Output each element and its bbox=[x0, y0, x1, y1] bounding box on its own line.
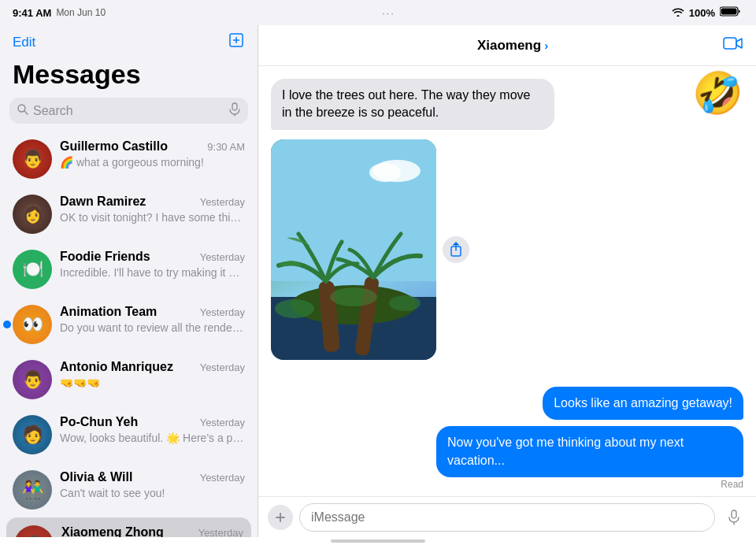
home-bar bbox=[331, 539, 425, 543]
conv-name-xiaomeng: Xiaomeng Zhong bbox=[61, 525, 164, 537]
photo-bubble[interactable] bbox=[271, 139, 436, 360]
conversation-item-pochun[interactable]: 🧑 Po-Chun Yeh Yesterday Wow, looks beaut… bbox=[0, 407, 258, 462]
avatar-antonio: 👨 bbox=[13, 360, 52, 399]
search-icon bbox=[17, 104, 28, 117]
conv-name-guillermo: Guillermo Castillo bbox=[60, 139, 168, 154]
status-time: 9:41 AM bbox=[13, 7, 51, 19]
svg-rect-1 bbox=[721, 9, 737, 15]
search-mic-icon[interactable] bbox=[229, 102, 240, 119]
conv-preview-pochun: Wow, looks beautiful. 🌟 Here's a photo o… bbox=[60, 431, 245, 445]
conv-time-pochun: Yesterday bbox=[200, 417, 245, 428]
contact-chevron: › bbox=[544, 39, 548, 52]
messages-title: Messages bbox=[0, 56, 258, 98]
chat-header: Xiaomeng › bbox=[258, 25, 756, 66]
conv-name-antonio: Antonio Manriquez bbox=[60, 360, 173, 374]
bubble-sent-1: Looks like an amazing getaway! bbox=[543, 387, 743, 420]
home-indicator bbox=[0, 537, 756, 545]
conv-time-antonio: Yesterday bbox=[200, 361, 245, 373]
sent-message-2: Now you've got me thinking about my next… bbox=[436, 426, 743, 490]
bubble-received-1: I love the trees out here. The way they … bbox=[271, 79, 554, 130]
avatar-foodie: 🍽️ bbox=[13, 250, 52, 289]
conv-time-xiaomeng: Yesterday bbox=[198, 527, 243, 537]
contact-name-text: Xiaomeng bbox=[477, 38, 541, 54]
battery-icon bbox=[720, 6, 740, 20]
input-bar bbox=[258, 496, 756, 537]
status-center-dots: ··· bbox=[382, 7, 395, 19]
compose-button[interactable] bbox=[228, 32, 245, 53]
wifi-icon bbox=[672, 7, 684, 19]
conv-preview-guillermo: 🌈 what a gorgeous morning! bbox=[60, 155, 245, 169]
conv-name-animation: Animation Team bbox=[60, 305, 157, 319]
bubble-sent-2: Now you've got me thinking about my next… bbox=[436, 426, 743, 477]
avatar-pochun: 🧑 bbox=[13, 415, 52, 454]
conv-content-olivia: Olivia & Will Yesterday Can't wait to se… bbox=[60, 470, 245, 500]
conv-preview-olivia: Can't wait to see you! bbox=[60, 486, 245, 500]
status-bar: 9:41 AM Mon Jun 10 ··· 100% bbox=[0, 0, 756, 25]
avatar-animation: 👀 bbox=[13, 305, 52, 344]
svg-rect-10 bbox=[271, 139, 436, 281]
conv-content-animation: Animation Team Yesterday Do you want to … bbox=[60, 305, 245, 335]
conversation-list: 👨 Guillermo Castillo 9:30 AM 🌈 what a go… bbox=[0, 132, 258, 537]
conversation-item-animation[interactable]: 👀 Animation Team Yesterday Do you want t… bbox=[0, 297, 258, 352]
conv-content-antonio: Antonio Manriquez Yesterday 🤜🤜🤜 bbox=[60, 360, 245, 390]
svg-point-12 bbox=[369, 163, 401, 182]
app-container: Edit Messages Search 👨 Guillermo Castill… bbox=[0, 25, 756, 537]
conv-time-foodie: Yesterday bbox=[200, 251, 245, 263]
avatar-guillermo: 👨 bbox=[13, 139, 52, 179]
conv-content-guillermo: Guillermo Castillo 9:30 AM 🌈 what a gorg… bbox=[60, 139, 245, 169]
emoji-reaction: 🤣 bbox=[692, 72, 743, 113]
svg-point-18 bbox=[389, 295, 421, 311]
conv-name-pochun: Po-Chun Yeh bbox=[60, 415, 138, 429]
mic-button[interactable] bbox=[721, 505, 747, 530]
conv-preview-foodie: Incredible. I'll have to try making it m… bbox=[60, 265, 245, 280]
conv-content-dawn: Dawn Ramirez Yesterday OK to visit tonig… bbox=[60, 195, 245, 224]
conv-time-guillermo: 9:30 AM bbox=[207, 141, 245, 153]
conv-name-olivia: Olivia & Will bbox=[60, 470, 132, 484]
conv-time-dawn: Yesterday bbox=[200, 196, 245, 208]
chat-contact-name[interactable]: Xiaomeng › bbox=[477, 38, 548, 54]
received-message-1: I love the trees out here. The way they … bbox=[271, 79, 554, 130]
conv-name-dawn: Dawn Ramirez bbox=[60, 195, 146, 209]
conversation-item-foodie[interactable]: 🍽️ Foodie Friends Yesterday Incredible. … bbox=[0, 242, 258, 297]
conv-name-foodie: Foodie Friends bbox=[60, 250, 150, 264]
search-bar[interactable]: Search bbox=[9, 98, 248, 124]
status-date: Mon Jun 10 bbox=[56, 7, 106, 18]
status-right: 100% bbox=[672, 6, 740, 20]
svg-line-6 bbox=[24, 111, 28, 114]
svg-rect-23 bbox=[732, 510, 736, 518]
video-call-button[interactable] bbox=[723, 35, 743, 56]
conv-content-foodie: Foodie Friends Yesterday Incredible. I'l… bbox=[60, 250, 245, 280]
conv-preview-dawn: OK to visit tonight? I have some things … bbox=[60, 210, 245, 224]
conversation-item-guillermo[interactable]: 👨 Guillermo Castillo 9:30 AM 🌈 what a go… bbox=[0, 132, 258, 187]
read-receipt: Read bbox=[721, 479, 743, 490]
conv-preview-animation: Do you want to review all the renders to… bbox=[60, 321, 245, 335]
conversation-item-xiaomeng[interactable]: 👩 Xiaomeng Zhong Yesterday Now you've go… bbox=[6, 517, 251, 537]
battery-percent: 100% bbox=[689, 7, 715, 19]
svg-rect-9 bbox=[724, 38, 736, 49]
conversation-item-dawn[interactable]: 👩 Dawn Ramirez Yesterday OK to visit ton… bbox=[0, 187, 258, 242]
edit-button[interactable]: Edit bbox=[13, 35, 35, 50]
conv-content-xiaomeng: Xiaomeng Zhong Yesterday Now you've got … bbox=[61, 525, 243, 537]
avatar-xiaomeng: 👩 bbox=[14, 525, 54, 537]
svg-point-17 bbox=[275, 299, 314, 318]
conv-content-pochun: Po-Chun Yeh Yesterday Wow, looks beautif… bbox=[60, 415, 245, 445]
chat-area: Xiaomeng › 🤣 I love the trees out here. … bbox=[258, 25, 756, 537]
chat-messages: 🤣 I love the trees out here. The way the… bbox=[258, 66, 756, 496]
add-button[interactable] bbox=[268, 505, 293, 530]
sidebar: Edit Messages Search 👨 Guillermo Castill… bbox=[0, 25, 258, 537]
conversation-item-olivia[interactable]: 👫 Olivia & Will Yesterday Can't wait to … bbox=[0, 462, 258, 517]
sent-message-1: Looks like an amazing getaway! bbox=[543, 387, 743, 420]
unread-dot bbox=[3, 321, 11, 328]
conversation-item-antonio[interactable]: 👨 Antonio Manriquez Yesterday 🤜🤜🤜 bbox=[0, 352, 258, 407]
svg-rect-7 bbox=[232, 103, 237, 110]
avatar-olivia: 👫 bbox=[13, 470, 52, 510]
svg-point-19 bbox=[330, 287, 377, 306]
avatar-dawn: 👩 bbox=[13, 195, 52, 234]
search-placeholder: Search bbox=[33, 104, 224, 118]
sidebar-header: Edit bbox=[0, 25, 258, 56]
photo-share-button[interactable] bbox=[443, 236, 469, 263]
conv-preview-antonio: 🤜🤜🤜 bbox=[60, 376, 245, 390]
conv-time-animation: Yesterday bbox=[200, 306, 245, 318]
imessage-input[interactable] bbox=[299, 503, 715, 532]
conv-time-olivia: Yesterday bbox=[200, 472, 245, 484]
